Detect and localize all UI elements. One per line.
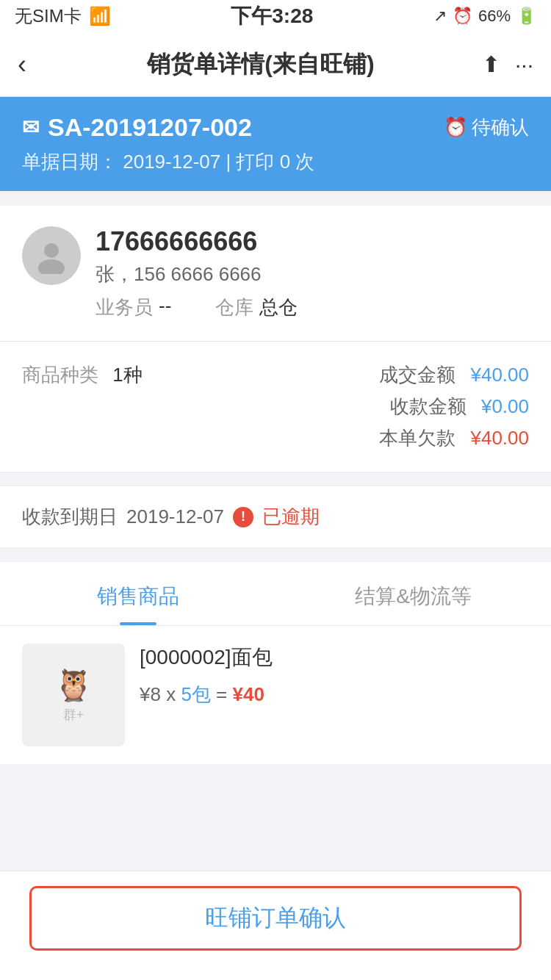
salesman-label: 业务员 <box>96 295 153 320</box>
product-type-label: 商品种类 <box>22 364 98 386</box>
product-type-value: 1种 <box>112 364 142 386</box>
status-bar: 无SIM卡 📶 下午3:28 ↗ ⏰ 66% 🔋 <box>0 0 551 32</box>
tab-settlement-label: 结算&物流等 <box>355 585 472 608</box>
print-count: 打印 0 次 <box>236 151 314 173</box>
warehouse-value: 总仓 <box>259 295 298 320</box>
alarm-icon: ⏰ <box>453 7 472 26</box>
order-id-row: ✉ SA-20191207-002 <box>22 113 252 142</box>
balance-label: 本单欠款 <box>379 425 455 451</box>
order-header: ✉ SA-20191207-002 ⏰ 待确认 单据日期： 2019-12-07… <box>0 97 551 191</box>
receipt-value: ¥0.00 <box>481 395 529 418</box>
overdue-date-label: 收款到期日 <box>22 504 118 530</box>
customer-section: 17666666666 张，156 6666 6666 业务员 -- 仓库 总仓 <box>0 206 551 341</box>
battery-label: 66% <box>478 7 511 26</box>
email-icon: ✉ <box>22 115 39 140</box>
separator: | <box>226 151 236 173</box>
confirm-label: 旺铺订单确认 <box>205 902 346 934</box>
overdue-date: 2019-12-07 <box>126 505 224 528</box>
svg-point-0 <box>44 243 59 258</box>
receipt-row: 收款金额 ¥0.00 <box>390 394 529 419</box>
overdue-section: 收款到期日 2019-12-07 ! 已逾期 <box>0 486 551 547</box>
salesman-info: 业务员 -- <box>96 295 171 320</box>
back-button[interactable]: ‹ <box>18 49 62 80</box>
svg-point-1 <box>38 259 65 274</box>
product-thumbnail: 🦉 群+ <box>22 644 125 746</box>
price-base: ¥8 x <box>140 683 181 705</box>
product-name: [0000002]面包 <box>140 644 529 671</box>
equals-sign: = <box>211 683 233 705</box>
tab-sales[interactable]: 销售商品 <box>0 562 276 625</box>
order-id-text: SA-20191207-002 <box>48 113 252 142</box>
product-info: [0000002]面包 ¥8 x 5包 = ¥40 <box>140 644 529 707</box>
product-thumb-owl: 🦉 <box>54 667 93 703</box>
warehouse-info: 仓库 总仓 <box>215 295 298 320</box>
product-thumb-text: 群+ <box>63 706 84 724</box>
wifi-icon: 📶 <box>89 6 111 26</box>
order-status-badge: ⏰ 待确认 <box>444 115 529 140</box>
customer-info: 17666666666 张，156 6666 6666 业务员 -- 仓库 总仓 <box>96 226 529 320</box>
financial-stats: 成交金额 ¥40.00 收款金额 ¥0.00 本单欠款 ¥40.00 <box>379 362 529 451</box>
tabs-header: 销售商品 结算&物流等 <box>0 562 551 626</box>
nav-right-actions: ⬆ ··· <box>460 51 533 77</box>
status-left: 无SIM卡 📶 <box>15 4 111 28</box>
balance-row: 本单欠款 ¥40.00 <box>379 425 529 451</box>
date-label: 单据日期： <box>22 151 118 173</box>
share-button[interactable]: ⬆ <box>482 51 500 77</box>
product-type-info: 商品种类 1种 <box>22 362 143 388</box>
quantity-highlight: 5包 <box>181 683 210 705</box>
overdue-icon: ! <box>233 507 253 527</box>
salesman-value: -- <box>159 295 171 320</box>
bottom-bar: 旺铺订单确认 <box>0 871 551 980</box>
tab-settlement[interactable]: 结算&物流等 <box>276 562 551 625</box>
amount-label: 成交金额 <box>379 362 455 388</box>
customer-avatar <box>22 226 81 285</box>
warehouse-label: 仓库 <box>215 295 253 320</box>
customer-meta: 业务员 -- 仓库 总仓 <box>96 295 529 320</box>
receipt-label: 收款金额 <box>390 394 467 419</box>
overdue-text: 已逾期 <box>262 504 320 530</box>
product-item: 🦉 群+ [0000002]面包 ¥8 x 5包 = ¥40 <box>0 626 551 764</box>
nav-bar: ‹ 销货单详情(来自旺铺) ⬆ ··· <box>0 32 551 97</box>
location-icon: ↗ <box>433 7 447 26</box>
balance-value: ¥40.00 <box>470 427 529 450</box>
tabs-section: 销售商品 结算&物流等 🦉 群+ [0000002]面包 ¥8 x 5包 = ¥… <box>0 562 551 764</box>
confirm-button[interactable]: 旺铺订单确认 <box>29 886 522 951</box>
order-date: 2019-12-07 <box>123 151 220 173</box>
status-time: 下午3:28 <box>231 2 313 30</box>
tab-sales-label: 销售商品 <box>97 585 179 608</box>
order-meta: 单据日期： 2019-12-07 | 打印 0 次 <box>22 149 529 175</box>
product-price: ¥8 x 5包 = ¥40 <box>140 682 529 707</box>
status-text: 待确认 <box>472 115 529 140</box>
customer-phone: 17666666666 <box>96 226 529 257</box>
status-right: ↗ ⏰ 66% 🔋 <box>433 7 536 26</box>
stats-section: 商品种类 1种 成交金额 ¥40.00 收款金额 ¥0.00 本单欠款 ¥40.… <box>0 342 551 472</box>
clock-icon: ⏰ <box>444 116 467 139</box>
customer-name: 张，156 6666 6666 <box>96 262 529 287</box>
amount-value: ¥40.00 <box>470 364 529 386</box>
more-button[interactable]: ··· <box>515 52 533 77</box>
no-sim-label: 无SIM卡 <box>15 4 82 28</box>
amount-row: 成交金额 ¥40.00 <box>379 362 529 388</box>
page-title: 销货单详情(来自旺铺) <box>62 48 460 81</box>
total-price: ¥40 <box>232 683 264 705</box>
battery-icon: 🔋 <box>516 7 536 26</box>
